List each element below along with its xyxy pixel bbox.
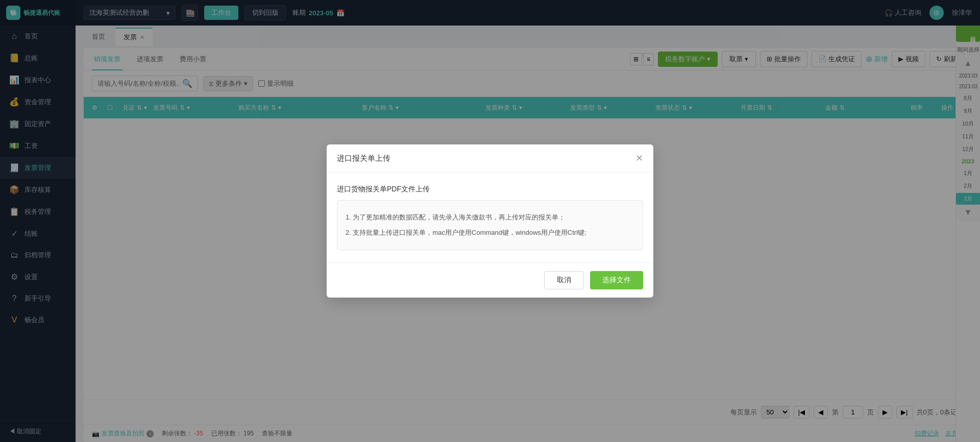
- modal-overlay[interactable]: 进口报关单上传 ✕ 进口货物报关单PDF文件上传 1. 为了更加精准的数据匹配，…: [0, 0, 980, 442]
- modal-info-box: 1. 为了更加精准的数据匹配，请先录入海关缴款书，再上传对应的报关单； 2. 支…: [337, 200, 643, 250]
- modal-header: 进口报关单上传 ✕: [327, 144, 653, 173]
- import-modal: 进口报关单上传 ✕ 进口货物报关单PDF文件上传 1. 为了更加精准的数据匹配，…: [327, 144, 653, 298]
- modal-body: 进口货物报关单PDF文件上传 1. 为了更加精准的数据匹配，请先录入海关缴款书，…: [327, 173, 653, 262]
- modal-close-btn[interactable]: ✕: [635, 153, 643, 164]
- modal-footer: 取消 选择文件: [327, 262, 653, 298]
- modal-section-title: 进口货物报关单PDF文件上传: [337, 185, 643, 194]
- modal-info-line-1: 1. 为了更加精准的数据匹配，请先录入海关缴款书，再上传对应的报关单；: [346, 211, 634, 224]
- modal-select-btn[interactable]: 选择文件: [590, 271, 643, 289]
- modal-info-line-2: 2. 支持批量上传进口报关单，mac用户使用Command键，windows用户…: [346, 226, 634, 239]
- modal-cancel-btn[interactable]: 取消: [544, 271, 584, 289]
- modal-title: 进口报关单上传: [337, 154, 390, 163]
